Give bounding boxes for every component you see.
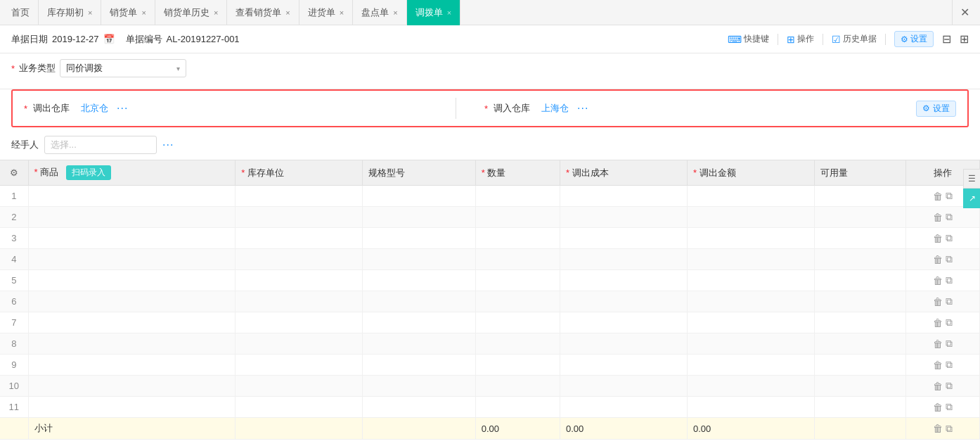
row-cell-spec[interactable] (363, 207, 476, 228)
row-cell-qty[interactable] (475, 355, 560, 376)
right-float-list-btn[interactable]: ☰ (963, 169, 980, 189)
tab-view-sales-close[interactable]: × (285, 8, 290, 17)
row-cell-unit[interactable] (236, 312, 363, 333)
row-cell-cost[interactable] (560, 333, 688, 355)
scan-button[interactable]: 扫码录入 (66, 165, 111, 180)
row-cell-product[interactable] (28, 207, 236, 228)
copy-icon[interactable]: ⧉ (946, 274, 953, 286)
row-cell-product[interactable] (28, 291, 236, 312)
delete-icon[interactable]: 🗑 (933, 317, 943, 329)
delete-icon[interactable]: 🗑 (933, 233, 943, 244)
copy-icon[interactable]: ⧉ (946, 338, 953, 350)
warehouse-out-more[interactable]: ··· (117, 102, 128, 115)
row-cell-spec[interactable] (363, 312, 476, 333)
tab-transfer[interactable]: 调拨单 × (407, 0, 460, 25)
row-cell-unit[interactable] (236, 207, 363, 228)
delete-icon[interactable]: 🗑 (933, 254, 943, 265)
shortcut-button[interactable]: ⌨ 快捷键 (728, 33, 769, 45)
row-cell-spec[interactable] (363, 291, 476, 312)
copy-icon[interactable]: ⧉ (946, 317, 953, 329)
row-cell-spec[interactable] (363, 270, 476, 291)
tab-purchase[interactable]: 进货单 × (299, 0, 353, 25)
copy-icon[interactable]: ⧉ (946, 211, 953, 223)
copy-icon[interactable]: ⧉ (946, 401, 953, 413)
row-cell-unit[interactable] (236, 397, 363, 418)
row-cell-qty[interactable] (475, 270, 560, 291)
row-cell-product[interactable] (28, 355, 236, 376)
delete-icon[interactable]: 🗑 (933, 402, 943, 413)
calendar-icon[interactable]: 📅 (103, 34, 115, 44)
row-cell-amount[interactable] (687, 186, 814, 207)
row-cell-amount[interactable] (687, 270, 814, 291)
history-button[interactable]: ☑ 历史单据 (832, 33, 877, 45)
row-cell-spec[interactable] (363, 333, 476, 355)
tab-home[interactable]: 首页 (3, 0, 39, 25)
grid-view-button[interactable]: ⊟ (942, 32, 951, 46)
row-cell-unit[interactable] (236, 228, 363, 249)
row-cell-unit[interactable] (236, 291, 363, 312)
copy-icon[interactable]: ⧉ (946, 232, 953, 244)
row-cell-product[interactable] (28, 249, 236, 270)
tab-sales-history-close[interactable]: × (214, 8, 218, 17)
delete-icon[interactable]: 🗑 (933, 359, 943, 371)
row-cell-amount[interactable] (687, 397, 814, 418)
row-cell-product[interactable] (28, 270, 236, 291)
copy-icon[interactable]: ⧉ (946, 380, 953, 392)
row-cell-cost[interactable] (560, 312, 688, 333)
row-cell-amount[interactable] (687, 333, 814, 355)
tab-stocktake-close[interactable]: × (393, 8, 397, 17)
row-cell-cost[interactable] (560, 376, 688, 397)
row-cell-unit[interactable] (236, 270, 363, 291)
row-cell-amount[interactable] (687, 355, 814, 376)
tab-sales-order[interactable]: 销货单 × (101, 0, 155, 25)
row-cell-unit[interactable] (236, 186, 363, 207)
copy-icon[interactable]: ⧉ (946, 359, 953, 371)
row-cell-qty[interactable] (475, 249, 560, 270)
settings-button[interactable]: ⚙ 设置 (894, 31, 934, 47)
row-cell-qty[interactable] (475, 228, 560, 249)
row-cell-amount[interactable] (687, 249, 814, 270)
row-cell-qty[interactable] (475, 397, 560, 418)
list-view-button[interactable]: ⊞ (960, 32, 969, 46)
right-float-export-btn[interactable]: ↗ (963, 189, 980, 208)
row-cell-qty[interactable] (475, 291, 560, 312)
tab-bar-close-button[interactable]: ✕ (952, 0, 977, 25)
row-cell-spec[interactable] (363, 376, 476, 397)
row-cell-qty[interactable] (475, 333, 560, 355)
tab-stocktake[interactable]: 盘点单 × (353, 0, 406, 25)
operator-more[interactable]: ··· (162, 139, 174, 151)
row-cell-cost[interactable] (560, 207, 688, 228)
row-cell-amount[interactable] (687, 291, 814, 312)
row-cell-amount[interactable] (687, 228, 814, 249)
gear-icon-3[interactable]: ⚙ (10, 167, 18, 178)
row-cell-spec[interactable] (363, 249, 476, 270)
settings-gear-btn[interactable]: ⚙ 设置 (916, 101, 956, 117)
tab-view-sales[interactable]: 查看销货单 × (227, 0, 299, 25)
row-cell-cost[interactable] (560, 249, 688, 270)
row-cell-spec[interactable] (363, 355, 476, 376)
subtotal-copy-icon[interactable]: ⧉ (946, 423, 953, 435)
row-cell-product[interactable] (28, 376, 236, 397)
row-cell-cost[interactable] (560, 228, 688, 249)
tab-inventory-init[interactable]: 库存期初 × (39, 0, 101, 25)
row-cell-cost[interactable] (560, 291, 688, 312)
subtotal-delete-icon[interactable]: 🗑 (933, 423, 943, 434)
delete-icon[interactable]: 🗑 (933, 296, 943, 307)
row-cell-qty[interactable] (475, 207, 560, 228)
th-gear[interactable]: ⚙ (0, 160, 28, 186)
tab-transfer-close[interactable]: × (447, 8, 451, 17)
row-cell-qty[interactable] (475, 376, 560, 397)
row-cell-amount[interactable] (687, 207, 814, 228)
row-cell-amount[interactable] (687, 312, 814, 333)
row-cell-unit[interactable] (236, 376, 363, 397)
copy-icon[interactable]: ⧉ (946, 253, 953, 265)
row-cell-cost[interactable] (560, 355, 688, 376)
copy-icon[interactable]: ⧉ (946, 190, 953, 202)
row-cell-qty[interactable] (475, 186, 560, 207)
copy-icon[interactable]: ⧉ (946, 295, 953, 307)
row-cell-product[interactable] (28, 228, 236, 249)
row-cell-product[interactable] (28, 397, 236, 418)
row-cell-cost[interactable] (560, 397, 688, 418)
delete-icon[interactable]: 🗑 (933, 275, 943, 286)
tab-purchase-close[interactable]: × (340, 8, 344, 17)
